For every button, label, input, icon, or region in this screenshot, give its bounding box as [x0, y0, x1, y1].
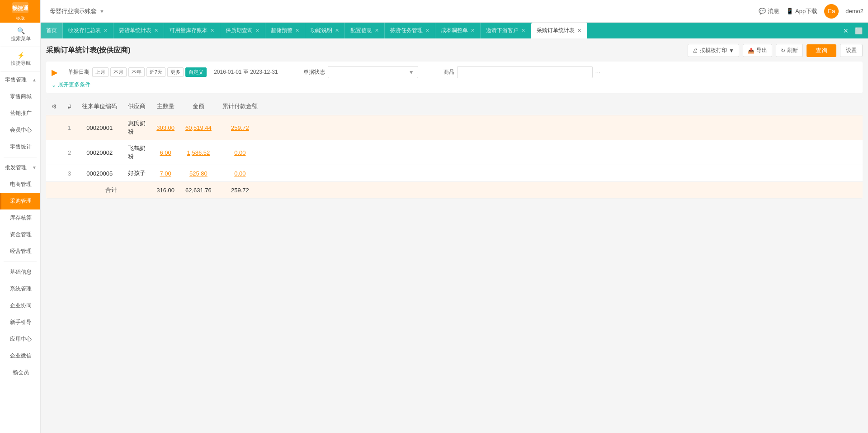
close-icon-orderstat[interactable]: ✕: [154, 28, 158, 33]
tab-invite[interactable]: 邀请下游客户 ✕: [481, 23, 531, 38]
th-index: #: [62, 98, 76, 115]
export-button[interactable]: 📤 导出: [743, 44, 772, 57]
sidebar-item-ecommerce[interactable]: 电商管理: [0, 176, 40, 193]
sidebar-item-member[interactable]: 会员中心: [0, 122, 40, 138]
th-gear[interactable]: ⚙: [46, 98, 62, 115]
sidebar-item-retail-shop[interactable]: 零售商城: [0, 88, 40, 105]
sidebar-item-finance[interactable]: 资金管理: [0, 226, 40, 243]
sidebar-item-purchase[interactable]: 采购管理: [0, 193, 40, 209]
quantity-3[interactable]: 7.00: [151, 165, 180, 182]
amount-2[interactable]: 1,586.52: [180, 140, 217, 165]
tab-overstock[interactable]: 超储预警 ✕: [265, 23, 305, 38]
footer-paid: 259.72: [217, 182, 263, 199]
sidebar-item-app-center[interactable]: 应用中心: [0, 331, 40, 347]
sidebar-item-operations[interactable]: 经营管理: [0, 243, 40, 260]
close-icon-config[interactable]: ✕: [375, 28, 379, 33]
tab-cost-adj[interactable]: 成本调整单 ✕: [435, 23, 481, 38]
close-tab-btn[interactable]: ✕: [841, 26, 850, 35]
goods-input[interactable]: [457, 66, 593, 78]
tab-pick-task[interactable]: 拣货任务管理 ✕: [385, 23, 435, 38]
supplier-code-2: 00020002: [76, 140, 123, 165]
user-avatar[interactable]: Ea: [824, 4, 839, 19]
close-icon-costadj[interactable]: ✕: [471, 28, 475, 33]
tab-home-label: 首页: [46, 27, 57, 34]
quantity-2[interactable]: 6.00: [151, 140, 180, 165]
th-quantity: 主数量: [151, 98, 180, 115]
paid-1[interactable]: 259.72: [217, 115, 263, 140]
more-btn[interactable]: 更多: [167, 67, 184, 77]
message-btn[interactable]: 💬 消息: [759, 7, 779, 15]
sidebar-item-retail-stat[interactable]: 零售统计: [0, 138, 40, 155]
sidebar-member-label: 会员中心: [10, 126, 32, 134]
svg-text:畅捷通: 畅捷通: [12, 5, 28, 11]
extra-2: [263, 140, 863, 165]
table-row: 3 00020005 好孩子 7.00 525.80 0.00: [46, 165, 863, 182]
expand-row: ⌄ 展开更多条件: [52, 81, 857, 89]
tab-receive[interactable]: 收发存汇总表 ✕: [63, 23, 113, 38]
footer-quantity: 316.00: [151, 182, 180, 199]
this-month-btn[interactable]: 本月: [110, 67, 127, 77]
sidebar-item-retail-mgmt[interactable]: 零售管理 ▲: [0, 71, 40, 88]
app-download-btn[interactable]: 📱 App下载: [786, 7, 817, 15]
sidebar-item-new-guide[interactable]: 新手引导: [0, 314, 40, 331]
status-label: 单据状态: [303, 68, 325, 76]
maximize-btn[interactable]: ⬜: [853, 26, 864, 35]
table-body: 1 00020001 惠氏奶粉 303.00 60,519.44 259.72 …: [46, 115, 863, 182]
sidebar-member2-label: 畅会员: [13, 369, 29, 376]
paid-3[interactable]: 0.00: [217, 165, 263, 182]
last-7days-btn[interactable]: 近7天: [146, 67, 165, 77]
row-index-2: 2: [62, 140, 76, 165]
template-print-button[interactable]: 🖨 按模板打印 ▼: [688, 44, 739, 57]
tab-home[interactable]: 首页: [41, 23, 63, 38]
refresh-button[interactable]: ↻ 刷新: [776, 44, 803, 57]
tab-config[interactable]: 配置信息 ✕: [345, 23, 385, 38]
sidebar-sysmgmt-label: 系统管理: [10, 285, 32, 293]
close-icon-shelflife[interactable]: ✕: [255, 28, 259, 33]
sidebar-item-base-info[interactable]: 基础信息: [0, 264, 40, 281]
row-index-3: 3: [62, 165, 76, 182]
sidebar-item-wholesale[interactable]: 批发管理 ▼: [0, 159, 40, 176]
custom-date-btn[interactable]: 自定义: [185, 67, 207, 77]
tab-shelf-life[interactable]: 保质期查询 ✕: [220, 23, 265, 38]
gear-icon: ⚙: [52, 103, 57, 110]
query-button[interactable]: 查询: [807, 44, 836, 57]
topbar: 母婴行业演示账套 ▼ 💬 消息 📱 App下载 Ea demo2: [41, 0, 868, 23]
this-year-btn[interactable]: 本年: [128, 67, 145, 77]
close-icon-funcdesc[interactable]: ✕: [335, 28, 339, 33]
setting-button[interactable]: 设置: [840, 44, 863, 57]
amount-1[interactable]: 60,519.44: [180, 115, 217, 140]
sidebar-baseinfo-label: 基础信息: [10, 268, 32, 276]
tab-config-label: 配置信息: [350, 27, 372, 34]
sidebar-item-quick-nav[interactable]: ⚡ 快捷导航: [0, 47, 40, 71]
quantity-1[interactable]: 303.00: [151, 115, 180, 140]
status-select[interactable]: ▼: [328, 66, 418, 78]
close-icon-purchasestat[interactable]: ✕: [577, 28, 581, 33]
close-icon-invite[interactable]: ✕: [521, 28, 525, 33]
sidebar-item-member2[interactable]: 畅会员: [0, 364, 40, 381]
sidebar-purchase-label: 采购管理: [10, 197, 32, 205]
close-icon-inventory[interactable]: ✕: [210, 28, 214, 33]
tab-func-desc[interactable]: 功能说明 ✕: [305, 23, 345, 38]
sidebar-item-search[interactable]: 🔍 搜索菜单: [0, 23, 40, 47]
sidebar-item-sys-mgmt[interactable]: 系统管理: [0, 281, 40, 297]
amount-3[interactable]: 525.80: [180, 165, 217, 182]
close-icon-overstock[interactable]: ✕: [295, 28, 299, 33]
sidebar-item-enterprise[interactable]: 企业协同: [0, 297, 40, 314]
page-header: 采购订单统计表(按供应商) 🖨 按模板打印 ▼ 📤 导出 ↻ 刷新 查询: [46, 44, 863, 57]
expand-more-btn[interactable]: ⌄ 展开更多条件: [52, 81, 857, 89]
paid-2[interactable]: 0.00: [217, 140, 263, 165]
supplier-code-3: 00020005: [76, 165, 123, 182]
account-selector[interactable]: 母婴行业演示账套 ▼: [45, 7, 109, 15]
date-quick-buttons: 上月 本月 本年 近7天 更多 自定义: [92, 67, 207, 77]
tab-inventory[interactable]: 可用量库存账本 ✕: [164, 23, 220, 38]
last-month-btn[interactable]: 上月: [92, 67, 108, 77]
close-icon-picktask[interactable]: ✕: [425, 28, 429, 33]
sidebar-item-inventory-check[interactable]: 库存核算: [0, 209, 40, 226]
tab-receive-label: 收发存汇总表: [68, 27, 101, 34]
close-icon-receive[interactable]: ✕: [104, 28, 108, 33]
sidebar-item-wechat[interactable]: 企业微信: [0, 347, 40, 364]
tab-purchase-stat[interactable]: 采购订单统计表 ✕: [531, 23, 587, 38]
tab-order-stat[interactable]: 要货单统计表 ✕: [113, 23, 164, 38]
filter-toggle-arrow[interactable]: ▶: [52, 67, 61, 77]
sidebar-item-marketing[interactable]: 营销推广: [0, 105, 40, 122]
